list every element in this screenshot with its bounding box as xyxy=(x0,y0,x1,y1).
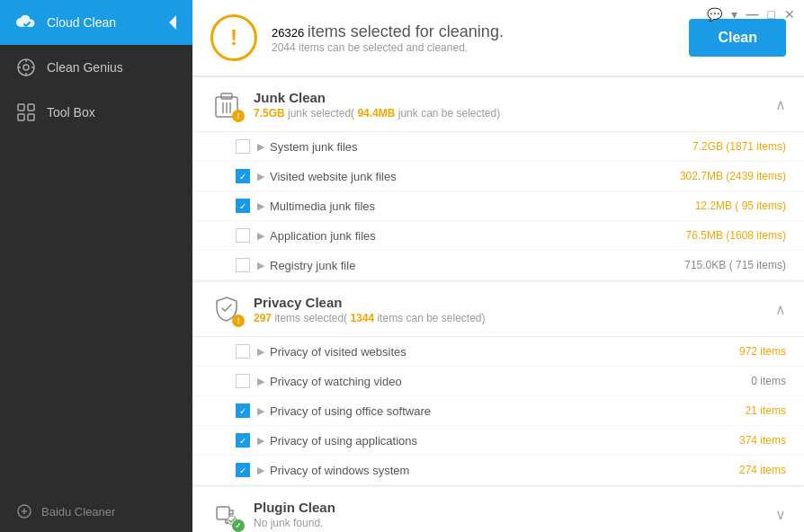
sidebar-item-clean-genius[interactable]: Clean Genius xyxy=(0,45,192,90)
row-label: System junk files xyxy=(270,140,692,154)
privacy-clean-section: ! Privacy Clean 297 items selected( 1344… xyxy=(192,282,804,485)
expand-icon[interactable]: ▶ xyxy=(257,171,264,182)
row-checkbox-visited[interactable] xyxy=(236,344,250,359)
row-checkbox-apps[interactable]: ✓ xyxy=(236,433,250,448)
svg-rect-16 xyxy=(217,507,229,519)
row-checkbox-multimedia[interactable]: ✓ xyxy=(236,199,250,213)
sidebar: Cloud Clean Clean Genius Tool Box xyxy=(0,0,192,532)
baidu-cleaner-label: Baidu Cleaner xyxy=(41,505,115,519)
header-right: Clean xyxy=(689,19,786,57)
svg-rect-7 xyxy=(28,104,34,111)
table-row: ▶ System junk files 7.2GB (1871 items) xyxy=(192,132,804,162)
junk-clean-section: ! Junk Clean 7.5GB junk selected( 94.4MB… xyxy=(192,77,804,280)
expand-icon[interactable]: ▶ xyxy=(257,376,264,387)
plugin-chevron-down[interactable]: ∨ xyxy=(775,506,786,523)
sidebar-item-label: Cloud Clean xyxy=(47,15,116,30)
plugin-clean-title: Plugin Clean xyxy=(254,500,335,515)
table-row: ▶ Privacy of watching video 0 items xyxy=(192,367,804,396)
privacy-selected: 297 xyxy=(254,312,272,324)
maximize-button[interactable]: □ xyxy=(768,7,775,22)
table-row: ▶ Privacy of visited websites 972 items xyxy=(192,337,804,367)
row-label: Application junk files xyxy=(270,229,686,243)
header: ! 26326 items selected for cleaning. 204… xyxy=(192,0,804,77)
row-label: Privacy of watching video xyxy=(270,375,751,388)
junk-selected: 7.5GB xyxy=(254,107,285,120)
settings-icon[interactable]: ▾ xyxy=(731,7,737,22)
plugin-clean-title-group: Plugin Clean No junk found. xyxy=(254,500,335,529)
header-subtitle: 2044 items can be selected and cleaned. xyxy=(272,41,504,54)
expand-icon[interactable]: ▶ xyxy=(257,230,264,242)
sidebar-bottom: Baidu Cleaner xyxy=(0,491,192,532)
row-checkbox-windows[interactable]: ✓ xyxy=(236,463,250,477)
row-value: 274 items xyxy=(739,464,786,476)
row-value: 715.0KB ( 715 items) xyxy=(684,259,786,271)
privacy-clean-icon: ! xyxy=(210,293,243,325)
expand-icon[interactable]: ▶ xyxy=(257,465,264,476)
content-area: ! Junk Clean 7.5GB junk selected( 94.4MB… xyxy=(192,77,804,532)
expand-icon[interactable]: ▶ xyxy=(257,435,264,447)
table-row: ✓ ▶ Privacy of using office software 21 … xyxy=(192,396,804,426)
header-text: 26326 items selected for cleaning. 2044 … xyxy=(272,22,504,54)
row-label: Registry junk file xyxy=(270,259,684,272)
plugin-badge: ✓ xyxy=(232,519,245,532)
row-checkbox-system[interactable] xyxy=(236,139,250,154)
alert-icon: ! xyxy=(210,14,257,61)
row-checkbox-office[interactable]: ✓ xyxy=(236,403,250,418)
tool-box-icon xyxy=(16,102,36,122)
plugin-clean-header: ✓ Plugin Clean No junk found. ∨ xyxy=(192,487,804,532)
row-value: 21 items xyxy=(746,404,786,417)
row-checkbox-application[interactable] xyxy=(236,228,250,243)
clean-button[interactable]: Clean xyxy=(689,19,786,57)
plugin-clean-icon: ✓ xyxy=(210,498,243,530)
close-button[interactable]: ✕ xyxy=(784,7,795,22)
expand-icon[interactable]: ▶ xyxy=(257,405,264,417)
row-value: 0 items xyxy=(751,375,786,387)
row-checkbox-video[interactable] xyxy=(236,374,250,388)
header-title: items selected for cleaning. xyxy=(308,22,504,40)
expand-icon[interactable]: ▶ xyxy=(257,260,264,271)
table-row: ✓ ▶ Privacy of windows system 274 items xyxy=(192,456,804,485)
svg-point-1 xyxy=(23,65,29,70)
row-label: Privacy of visited websites xyxy=(270,345,739,359)
table-row: ▶ Application junk files 76.5MB (1608 it… xyxy=(192,221,804,251)
junk-clean-header: ! Junk Clean 7.5GB junk selected( 94.4MB… xyxy=(192,77,804,132)
privacy-chevron-up[interactable]: ∧ xyxy=(775,301,786,318)
expand-icon[interactable]: ▶ xyxy=(257,141,264,153)
row-checkbox-website[interactable]: ✓ xyxy=(236,169,250,183)
row-label: Privacy of windows system xyxy=(270,464,739,477)
privacy-clean-subtitle: 297 items selected( 1344 items can be se… xyxy=(254,312,486,324)
plugin-clean-subtitle: No junk found. xyxy=(254,517,335,529)
svg-rect-9 xyxy=(28,114,34,120)
cloud-clean-icon xyxy=(16,13,36,32)
row-label: Privacy of using office software xyxy=(270,404,746,418)
main-panel: ! 26326 items selected for cleaning. 204… xyxy=(192,0,804,532)
row-checkbox-registry[interactable] xyxy=(236,258,250,272)
row-label: Privacy of using applications xyxy=(270,434,739,448)
expand-icon[interactable]: ▶ xyxy=(257,200,264,212)
row-value: 972 items xyxy=(739,345,786,358)
chat-icon[interactable]: 💬 xyxy=(707,7,722,22)
svg-rect-6 xyxy=(18,104,24,111)
window-controls: 💬 ▾ — □ ✕ xyxy=(707,7,795,22)
minimize-button[interactable]: — xyxy=(746,7,759,22)
junk-chevron-up[interactable]: ∧ xyxy=(775,96,786,113)
sidebar-item-label: Tool Box xyxy=(47,105,95,120)
junk-clean-title-group: Junk Clean 7.5GB junk selected( 94.4MB j… xyxy=(254,90,500,120)
row-value: 76.5MB (1608 items) xyxy=(686,229,786,242)
svg-rect-12 xyxy=(221,93,232,99)
plugin-clean-section: ✓ Plugin Clean No junk found. ∨ xyxy=(192,487,804,532)
svg-rect-8 xyxy=(18,114,24,120)
sidebar-item-tool-box[interactable]: Tool Box xyxy=(0,90,192,135)
table-row: ✓ ▶ Visited website junk files 302.7MB (… xyxy=(192,162,804,191)
sidebar-item-cloud-clean[interactable]: Cloud Clean xyxy=(0,0,192,45)
expand-icon[interactable]: ▶ xyxy=(257,346,264,358)
sidebar-item-label: Clean Genius xyxy=(47,60,123,75)
table-row: ✓ ▶ Privacy of using applications 374 it… xyxy=(192,426,804,456)
section-header-left: ! Privacy Clean 297 items selected( 1344… xyxy=(210,293,486,325)
table-row: ▶ Registry junk file 715.0KB ( 715 items… xyxy=(192,251,804,280)
junk-clean-icon: ! xyxy=(210,88,243,120)
header-left: ! 26326 items selected for cleaning. 204… xyxy=(210,14,504,61)
section-header-left: ! Junk Clean 7.5GB junk selected( 94.4MB… xyxy=(210,88,500,120)
junk-badge: ! xyxy=(232,110,245,122)
clean-genius-icon xyxy=(16,58,36,77)
